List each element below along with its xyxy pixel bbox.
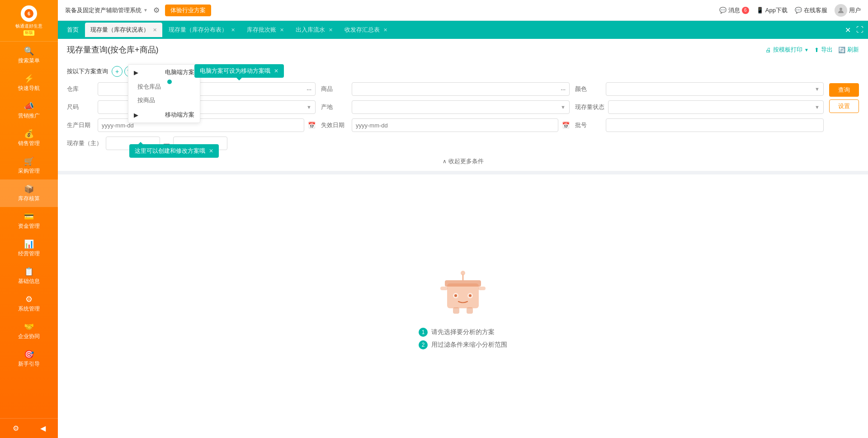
tab-close-all-btn[interactable]: ✕ — [844, 25, 852, 35]
tab-inventory-dist[interactable]: 现存量（库存分布表） ✕ — [163, 23, 241, 37]
tab-inout-flow-close[interactable]: ✕ — [329, 27, 333, 33]
guide-icon: 🎯 — [24, 349, 34, 359]
sidebar-item-inventory-label: 库存核算 — [18, 195, 40, 203]
app-download-btn[interactable]: 📱 App下载 — [756, 6, 788, 14]
industry-btn[interactable]: 体验行业方案 — [165, 5, 211, 16]
scheme-pc-group[interactable]: ▶ 电脑端方案 — [128, 65, 200, 80]
empty-illustration — [436, 263, 490, 319]
online-support-btn[interactable]: 💬 在线客服 — [795, 6, 827, 14]
content-area: 现存量查询(按仓库+商品) 🖨 按模板打印 ▼ ⬆ 导出 🔄 刷新 — [58, 39, 868, 438]
tab-bar: 首页 现存量（库存状况表） ✕ 现存量（库存分布表） ✕ 库存批次账 ✕ 出入库… — [58, 21, 868, 39]
production-date-label: 生产日期 — [67, 121, 94, 129]
scheme-pc-group-arrow: ▶ — [134, 69, 138, 76]
page-title: 现存量查询(按仓库+商品) — [67, 44, 159, 55]
tooltip-2-close[interactable]: ✕ — [209, 148, 213, 154]
tab-batch-account[interactable]: 库存批次账 ✕ — [241, 23, 289, 37]
product-select[interactable]: ··· — [352, 82, 570, 96]
sidebar-item-sales[interactable]: 💰 销售管理 — [0, 124, 58, 152]
mobile-icon: 📱 — [756, 7, 764, 14]
sidebar-item-finance[interactable]: 💳 资金管理 — [0, 207, 58, 235]
refresh-btn[interactable]: 🔄 刷新 — [838, 46, 859, 54]
size-label: 尺码 — [67, 103, 94, 111]
color-arrow: ▼ — [815, 86, 820, 92]
settings-bottom-icon[interactable]: ⚙ — [11, 422, 21, 434]
sidebar-item-guide[interactable]: 🎯 新手引导 — [0, 345, 58, 372]
sidebar-logo[interactable]: 6 畅通道好生意 标版 — [0, 0, 58, 42]
page-header-section: 现存量查询(按仓库+商品) 🖨 按模板打印 ▼ ⬆ 导出 🔄 刷新 — [58, 39, 868, 61]
filter-product-field: 商品 ··· — [321, 82, 570, 96]
app-download-label: App下载 — [765, 6, 788, 14]
user-menu-btn[interactable]: 用户 — [835, 4, 861, 17]
color-select[interactable]: ▼ — [606, 82, 824, 96]
batch-input[interactable] — [606, 118, 824, 132]
sidebar-item-purchase[interactable]: 🛒 采购管理 — [0, 152, 58, 179]
sidebar-item-system-label: 系统管理 — [18, 305, 40, 313]
support-icon: 💬 — [795, 7, 802, 14]
search-btn[interactable]: 查询 — [829, 83, 859, 97]
tab-inventory-status-close[interactable]: ✕ — [153, 27, 157, 33]
sidebar-item-enterprise[interactable]: 🤝 企业协同 — [0, 317, 58, 345]
tooltip-2-text: 这里可以创建和修改方案哦 — [135, 147, 205, 155]
tab-home-label: 首页 — [67, 26, 79, 34]
logo-icon: 6 — [21, 5, 37, 22]
step-2-text: 用过滤条件来缩小分析范围 — [431, 341, 507, 349]
sidebar-nav: 🔍 搜索菜单 ⚡ 快速导航 📣 营销推广 💰 销售管理 🛒 采购管理 📦 库存核… — [0, 42, 58, 418]
svg-point-8 — [469, 294, 472, 297]
scheme-item-product[interactable]: 按商品 — [128, 94, 200, 107]
filter-origin-field: 产地 ▼ — [321, 100, 570, 114]
tab-inout-flow[interactable]: 出入库流水 ✕ — [290, 23, 338, 37]
sidebar-item-quick-nav[interactable]: ⚡ 快速导航 — [0, 69, 58, 97]
sidebar-item-inventory[interactable]: 📦 库存核算 — [0, 179, 58, 207]
svg-text:6: 6 — [28, 11, 30, 16]
export-label: 导出 — [821, 46, 833, 54]
tab-inventory-status[interactable]: 现存量（库存状况表） ✕ — [85, 23, 162, 37]
system-name: 装备及固定资产辅助管理系统 — [65, 6, 142, 14]
purchase-icon: 🛒 — [24, 156, 34, 166]
page-title-row: 现存量查询(按仓库+商品) 🖨 按模板打印 ▼ ⬆ 导出 🔄 刷新 — [67, 44, 859, 55]
scheme-indicator-dot — [167, 80, 172, 84]
notification-icon: 💬 — [719, 7, 726, 14]
inventory-icon: 📦 — [24, 184, 34, 194]
sidebar-item-marketing[interactable]: 📣 营销推广 — [0, 97, 58, 124]
collapse-btn[interactable]: ∧ 收起更多条件 — [443, 157, 484, 165]
svg-rect-14 — [467, 307, 473, 314]
scheme-pc-group-label: 电脑端方案 — [165, 68, 194, 76]
tab-inventory-dist-close[interactable]: ✕ — [231, 27, 235, 33]
sidebar-item-search[interactable]: 🔍 搜索菜单 — [0, 42, 58, 69]
enterprise-icon: 🤝 — [24, 322, 34, 332]
header-settings-icon[interactable]: ⚙ — [153, 6, 160, 14]
tab-receive-summary-close[interactable]: ✕ — [383, 27, 387, 33]
tab-expand-btn[interactable]: ⛶ — [855, 25, 864, 35]
production-date-calendar-icon[interactable]: 📅 — [308, 122, 316, 129]
tooltip-1-close[interactable]: ✕ — [274, 68, 278, 74]
operations-icon: 📊 — [24, 239, 34, 249]
tab-receive-summary[interactable]: 收发存汇总表 ✕ — [339, 23, 393, 37]
notification-btn[interactable]: 💬 消息 6 — [719, 6, 749, 14]
sidebar-item-basic[interactable]: 📋 基础信息 — [0, 262, 58, 290]
export-btn[interactable]: ⬆ 导出 — [814, 46, 833, 54]
print-btn[interactable]: 🖨 按模板打印 ▼ — [765, 46, 809, 54]
sidebar-item-operations[interactable]: 📊 经营管理 — [0, 235, 58, 262]
tab-home[interactable]: 首页 — [61, 23, 84, 37]
system-selector[interactable]: 装备及固定资产辅助管理系统 ▼ — [65, 6, 148, 14]
header-left: 装备及固定资产辅助管理系统 ▼ ⚙ 体验行业方案 — [65, 5, 211, 16]
origin-select[interactable]: ▼ — [352, 100, 570, 114]
refresh-label: 刷新 — [847, 46, 859, 54]
print-icon: 🖨 — [765, 47, 771, 53]
reset-btn[interactable]: 设置 — [829, 99, 859, 113]
scheme-tooltip-1: 电脑方案可设为移动方案哦 ✕ — [194, 64, 284, 78]
refresh-icon: 🔄 — [838, 47, 845, 53]
scheme-mobile-group[interactable]: ▶ 移动端方案 — [128, 107, 200, 122]
add-scheme-btn[interactable]: + — [112, 66, 123, 77]
inventory-status-select[interactable]: ▼ — [608, 100, 824, 114]
sidebar-item-system[interactable]: ⚙ 系统管理 — [0, 290, 58, 317]
svg-rect-3 — [447, 283, 479, 308]
expiry-date-from[interactable] — [352, 118, 558, 132]
expiry-date-calendar-icon[interactable]: 📅 — [562, 122, 570, 129]
collapse-sidebar-icon[interactable]: ◀ — [38, 422, 47, 434]
finance-icon: 💳 — [24, 212, 34, 221]
scheme-item-warehouse[interactable]: 按仓库品 — [128, 80, 200, 94]
tab-batch-account-close[interactable]: ✕ — [280, 27, 284, 33]
sidebar-item-marketing-label: 营销推广 — [18, 112, 40, 120]
support-label: 在线客服 — [804, 6, 827, 14]
